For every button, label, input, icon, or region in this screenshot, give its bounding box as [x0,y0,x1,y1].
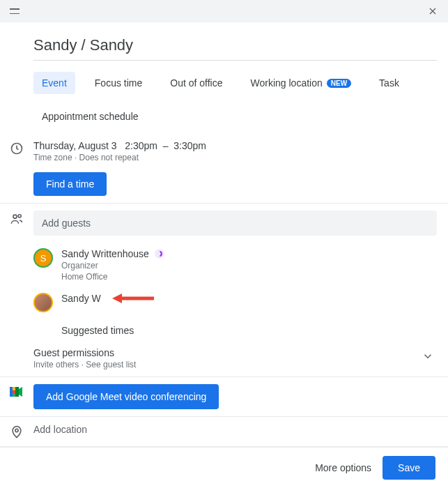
svg-rect-3 [10,387,13,397]
find-time-button[interactable]: Find a time [33,172,107,196]
guest-name-label: Sandy Writtenhouse [61,248,149,259]
event-time[interactable]: Thursday, August 3 2:30pm – 3:30pm [33,140,437,151]
tab-focus-time[interactable]: Focus time [86,72,150,94]
guest-permissions-sub[interactable]: Invite others · See guest list [33,360,136,369]
new-badge: NEW [327,79,351,88]
tab-task[interactable]: Task [371,72,408,94]
tab-event[interactable]: Event [33,72,75,94]
more-options-button[interactable]: More options [315,462,371,473]
avatar: S [33,248,53,268]
timezone-repeat[interactable]: Time zone · Does not repeat [33,153,437,162]
svg-point-1 [13,215,17,218]
tab-out-of-office[interactable]: Out of office [162,72,231,94]
guest-location: Home Office [61,272,437,282]
svg-rect-7 [15,387,19,397]
location-icon [10,424,24,439]
chevron-down-icon[interactable] [419,347,437,365]
svg-rect-6 [13,393,15,397]
guest-invitee: Sandy W [33,287,437,318]
guest-permissions-title: Guest permissions [33,347,136,358]
avatar [33,293,53,312]
add-meet-button[interactable]: Add Google Meet video conferencing [33,384,219,409]
svg-rect-4 [13,387,15,390]
guest-role: Organizer [61,261,437,270]
clock-icon [10,140,24,196]
suggested-times-link[interactable]: Suggested times [33,318,437,339]
svg-point-2 [18,215,21,218]
save-button[interactable]: Save [383,456,435,480]
svg-point-8 [15,429,18,432]
tab-appointment-schedule[interactable]: Appointment schedule [33,105,147,128]
event-type-tabs: Event Focus time Out of office Working l… [0,69,448,133]
footer: More options Save [0,447,448,488]
event-title[interactable]: Sandy / Sandy [33,36,437,61]
arrow-annotation [112,293,154,304]
guest-organizer: S Sandy Writtenhouse Organizer Home Offi… [33,243,437,287]
meet-icon [10,384,24,409]
close-icon[interactable] [427,6,438,17]
topbar [0,0,448,22]
svg-rect-5 [13,390,15,393]
add-guests-input[interactable]: Add guests [33,211,437,236]
guest-name-label: Sandy W [61,293,101,304]
tab-working-location[interactable]: Working location NEW [242,72,360,94]
add-location-input[interactable]: Add location [33,424,437,435]
moon-icon [155,249,164,259]
people-icon [10,211,24,369]
menu-icon[interactable] [10,8,20,14]
